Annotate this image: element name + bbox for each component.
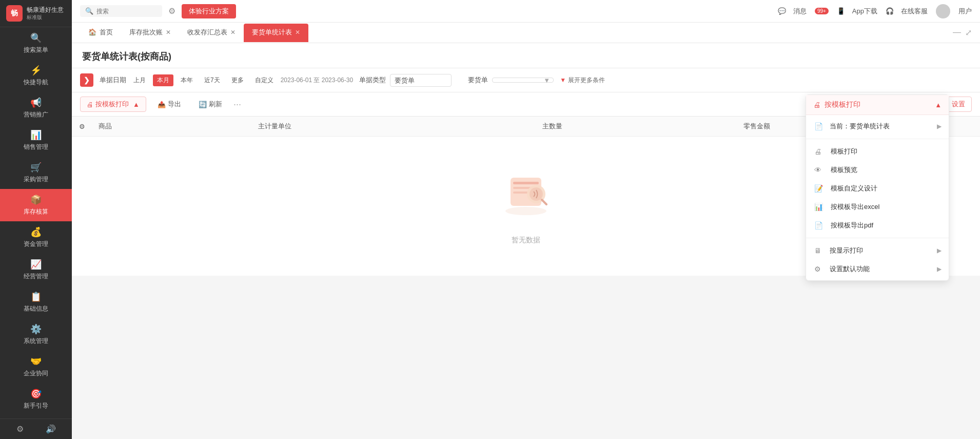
tab-batch-account-close[interactable]: ✕ — [166, 29, 171, 36]
tab-order-stats-close[interactable]: ✕ — [295, 29, 300, 36]
sidebar-item-inventory[interactable]: 📦 库存核算 — [0, 189, 72, 221]
more-options-icon[interactable]: ··· — [233, 99, 241, 110]
th-gear[interactable]: ⚙ — [72, 117, 92, 137]
tab-receivables-summary[interactable]: 收发存汇总表 ✕ — [179, 24, 244, 42]
date-btn-custom[interactable]: 自定义 — [251, 74, 278, 86]
tab-home-label: 首页 — [100, 28, 113, 37]
dropdown-header[interactable]: 🖨 按模板打印 ▲ — [806, 95, 949, 115]
sidebar-item-operation[interactable]: 📈 经营管理 — [0, 254, 72, 286]
message-group[interactable]: 💬 消息 99+ — [778, 7, 829, 16]
empty-text: 暂无数据 — [512, 236, 540, 245]
dropdown-bottom-section: 🖥 按显示打印 ▶ ⚙ 设置默认功能 ▶ — [806, 239, 949, 280]
order-type-select[interactable]: 要货单 — [390, 74, 452, 87]
dropdown-item-template-preview[interactable]: 👁 模板预览 — [806, 161, 949, 179]
sidebar-item-guide[interactable]: 🎯 新手引导 — [0, 383, 72, 415]
dropdown-chevron-up: ▲ — [935, 101, 942, 109]
display-print-label: 按显示打印 — [830, 246, 863, 255]
print-button[interactable]: 🖨 按模板打印 ▲ — [80, 97, 146, 112]
top-bar-right: 💬 消息 99+ 📱 App下载 🎧 在线客服 用户 — [778, 4, 972, 18]
current-icon: 📄 — [814, 122, 822, 130]
dropdown-current-item[interactable]: 📄 当前：要货单统计表 ▶ — [806, 117, 949, 136]
footer-help-icon[interactable]: 🔊 — [46, 424, 56, 434]
date-label: 单据日期 — [100, 75, 126, 85]
sidebar-item-sales[interactable]: 📊 销售管理 — [0, 124, 72, 157]
export-pdf-label: 按模板导出pdf — [831, 221, 873, 230]
dropdown-item-display-print[interactable]: 🖥 按显示打印 ▶ — [806, 241, 949, 260]
user-avatar[interactable] — [936, 4, 950, 18]
sidebar-item-basic[interactable]: 📋 基础信息 — [0, 286, 72, 318]
empty-svg — [495, 167, 557, 219]
set-default-icon: ⚙ — [814, 265, 822, 273]
search-input[interactable] — [96, 8, 148, 15]
date-btn-more[interactable]: 更多 — [227, 74, 248, 86]
dropdown-item-template-print[interactable]: 🖨 模板打印 — [806, 142, 949, 161]
date-btn-this-year[interactable]: 本年 — [177, 74, 197, 86]
page-title: 要货单统计表(按商品) — [82, 50, 970, 63]
home-icon: 🏠 — [88, 28, 96, 36]
sidebar-item-label: 新手引导 — [24, 402, 48, 410]
sidebar-item-label: 快捷导航 — [24, 78, 48, 87]
tab-minimize-icon[interactable]: — — [953, 28, 961, 37]
sidebar-item-label: 企业协同 — [24, 369, 48, 378]
sidebar-item-marketing[interactable]: 📢 营销推广 — [0, 92, 72, 124]
svg-point-6 — [530, 187, 543, 201]
dropdown-divider-1 — [806, 139, 949, 139]
dropdown-item-set-default[interactable]: ⚙ 设置默认功能 ▶ — [806, 260, 949, 278]
sidebar-item-label: 经营管理 — [24, 272, 48, 281]
date-btn-this-month[interactable]: 本月 — [153, 74, 173, 86]
search-box[interactable]: 🔍 — [80, 5, 162, 17]
tabs-bar: 🏠 首页 库存批次账 ✕ 收发存汇总表 ✕ 要货单统计表 ✕ — ⤢ — [72, 23, 980, 43]
collab-icon: 🤝 — [30, 356, 42, 367]
footer-settings-icon[interactable]: ⚙ — [16, 424, 24, 434]
quick-nav-icon: ⚡ — [30, 65, 42, 76]
th-unit: 主计量单位 — [252, 117, 536, 137]
message-icon: 💬 — [778, 7, 786, 15]
print-header-icon: 🖨 — [813, 101, 820, 109]
tab-order-stats-label: 要货单统计表 — [252, 28, 292, 37]
export-button[interactable]: 📤 导出 — [151, 97, 187, 111]
sidebar-item-finance[interactable]: 💰 资金管理 — [0, 221, 72, 254]
th-goods: 商品 — [92, 117, 252, 137]
search-icon: 🔍 — [85, 7, 93, 15]
tab-order-stats[interactable]: 要货单统计表 ✕ — [244, 24, 308, 42]
sales-icon: 📊 — [30, 129, 42, 141]
filter-bar: ❯ 单据日期 上月 本月 本年 近7天 更多 自定义 2023-06-01 至 … — [72, 68, 980, 92]
online-service-group[interactable]: 🎧 在线客服 — [886, 7, 928, 16]
sidebar-item-label: 库存核算 — [24, 207, 48, 216]
headset-icon: 🎧 — [886, 7, 894, 15]
order-type-label: 单据类型 — [359, 75, 386, 85]
online-service-label: 在线客服 — [901, 7, 928, 16]
date-btn-last-month[interactable]: 上月 — [129, 74, 150, 86]
tab-receivables-close[interactable]: ✕ — [230, 29, 236, 36]
tab-batch-account[interactable]: 库存批次账 ✕ — [121, 24, 179, 42]
date-btn-last7[interactable]: 近7天 — [200, 74, 224, 86]
expand-more-btn[interactable]: ▼ 展开更多条件 — [560, 76, 605, 85]
purchase-icon: 🛒 — [30, 162, 42, 173]
sidebar-item-quick-nav[interactable]: ⚡ 快捷导航 — [0, 60, 72, 92]
sidebar-item-collab[interactable]: 🤝 企业协同 — [0, 351, 72, 383]
sidebar-item-label: 营销推广 — [24, 110, 48, 119]
filter-collapse-btn[interactable]: ❯ — [80, 73, 93, 87]
dropdown-item-export-excel[interactable]: 📊 按模板导出excel — [806, 198, 949, 216]
svg-line-7 — [542, 200, 546, 204]
tab-home[interactable]: 🏠 首页 — [80, 24, 121, 42]
dropdown-item-export-pdf[interactable]: 📄 按模板导出pdf — [806, 216, 949, 235]
print-icon: 🖨 — [87, 101, 93, 108]
dropdown-divider-2 — [806, 238, 949, 238]
sidebar-item-purchase[interactable]: 🛒 采购管理 — [0, 157, 72, 189]
gear-icon[interactable]: ⚙ — [168, 6, 175, 16]
sidebar-item-system[interactable]: ⚙️ 系统管理 — [0, 318, 72, 351]
print-chevron-up: ▲ — [133, 101, 140, 108]
th-quantity: 主数量 — [536, 117, 737, 137]
svg-point-0 — [505, 207, 546, 215]
current-label: 当前：要货单统计表 — [830, 122, 890, 131]
order-goods-select[interactable]: ▼ — [492, 78, 554, 83]
page-header: 要货单统计表(按商品) — [72, 43, 980, 68]
refresh-button[interactable]: 🔄 刷新 — [192, 97, 228, 111]
trial-button[interactable]: 体验行业方案 — [182, 4, 236, 18]
app-download-group[interactable]: 📱 App下载 — [837, 7, 877, 16]
sidebar-item-search[interactable]: 🔍 搜索菜单 — [0, 27, 72, 60]
dropdown-item-template-custom[interactable]: 📝 模板自定义设计 — [806, 179, 949, 198]
tab-expand-icon[interactable]: ⤢ — [965, 28, 972, 37]
sidebar-item-label: 基础信息 — [24, 304, 48, 313]
